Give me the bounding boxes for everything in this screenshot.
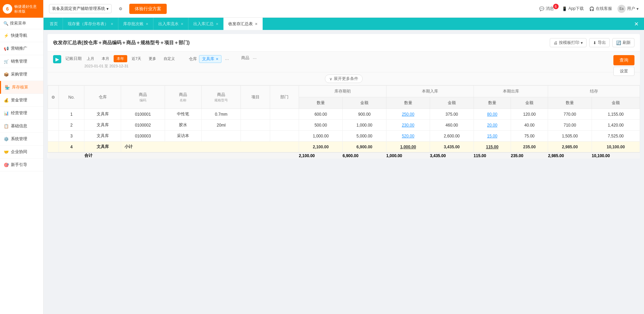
date-btn-last-month[interactable]: 上月 — [84, 55, 97, 62]
user-menu[interactable]: Ea 用户 ▾ — [617, 5, 639, 13]
row-bal-amt: 1,155.00 — [592, 109, 640, 120]
filter-section: ▶ 记账日期 上月 本月 本年 近7天 更多 自定义 2023-01-0 — [48, 52, 640, 72]
message-button[interactable]: 💬 消息 6 — [536, 6, 557, 12]
sub-warehouse: 文具库 — [84, 142, 121, 153]
chevron-down-icon: ▾ — [581, 40, 583, 45]
sidebar: 6 畅捷通好生意 标准版 🔍 搜索菜单 ⚡ 快捷导航 📢 营销推广 🛒 销售管理… — [0, 0, 44, 314]
filter-expand-button[interactable]: ▶ — [53, 55, 61, 63]
col-no-header: No. — [59, 86, 84, 109]
refresh-button[interactable]: 🔄 刷新 — [612, 38, 634, 47]
sidebar-item-purchase[interactable]: 📦 采购管理 — [0, 68, 43, 81]
row-dept — [270, 120, 299, 131]
avatar: Ea — [617, 5, 626, 13]
date-btn-more[interactable]: 更多 — [146, 55, 159, 62]
row-project — [241, 131, 270, 142]
sub-open-amt: 6,900.00 — [343, 142, 386, 153]
sidebar-item-label: 新手引导 — [11, 162, 27, 168]
collab-icon: 🤝 — [3, 149, 9, 155]
purchase-icon: 📦 — [3, 72, 9, 77]
sidebar-item-marketing[interactable]: 📢 营销推广 — [0, 42, 43, 55]
row-code: 0100002 — [121, 120, 165, 131]
tab-receive-send[interactable]: 收发存汇总表 ✕ — [224, 18, 263, 30]
tab-close-icon[interactable]: ✕ — [216, 22, 218, 26]
sidebar-item-quick-nav[interactable]: ⚡ 快捷导航 — [0, 29, 43, 42]
col-name-header: 商品名称 — [165, 86, 201, 109]
row-settings — [48, 109, 59, 120]
tab-label: 现存量（库存分布表） — [68, 21, 109, 27]
row-bal-qty: 1,505.00 — [548, 131, 592, 142]
total-bal-qty: 2,985.00 — [548, 152, 592, 159]
tab-label: 收发存汇总表 — [228, 21, 253, 27]
col-warehouse-header: 仓库 — [84, 86, 121, 109]
total-out-amt: 235.00 — [511, 152, 548, 159]
col-open-qty-header: 数量 — [299, 97, 343, 109]
sidebar-item-operations[interactable]: 📊 经营管理 — [0, 107, 43, 120]
row-open-amt: 5,000.00 — [343, 131, 386, 142]
row-project — [241, 120, 270, 131]
tag-close-icon[interactable]: ✕ — [216, 57, 218, 61]
sidebar-item-collab[interactable]: 🤝 企业协同 — [0, 146, 43, 159]
date-btn-custom[interactable]: 自定义 — [161, 55, 178, 62]
sidebar-item-guide[interactable]: 🎯 新手引导 — [0, 159, 43, 171]
system-selector[interactable]: 装备及固定资产辅助管理系统 ▾ — [49, 4, 112, 13]
warehouse-more-icon[interactable]: ··· — [224, 56, 230, 62]
row-in-amt: 375.00 — [430, 109, 474, 120]
sub-no: 4 — [59, 142, 84, 153]
col-out-amt-header: 金额 — [511, 97, 548, 109]
sidebar-item-label: 库存核算 — [12, 84, 28, 90]
export-button[interactable]: ⬇ 导出 — [589, 38, 610, 47]
row-out-qty[interactable]: 20.00 — [474, 120, 511, 131]
tab-in-out-flow[interactable]: 出入库流水 ✕ — [153, 18, 188, 30]
row-out-qty[interactable]: 80.00 — [474, 109, 511, 120]
expand-conditions-button[interactable]: ∨ 展开更多条件 — [325, 75, 363, 83]
col-opening-header: 库存期初 — [299, 86, 386, 97]
tab-close-icon[interactable]: ✕ — [255, 22, 258, 26]
row-bal-qty: 770.00 — [548, 109, 592, 120]
row-in-qty[interactable]: 520.00 — [386, 131, 430, 142]
col-dept-header: 部门 — [270, 86, 299, 109]
row-name: 中性笔 — [165, 109, 201, 120]
date-btn-this-month[interactable]: 本月 — [99, 55, 112, 62]
sidebar-search[interactable]: 🔍 搜索菜单 — [0, 18, 43, 29]
sidebar-item-system[interactable]: ⚙️ 系统管理 — [0, 133, 43, 146]
tab-label: 出入库流水 — [158, 21, 179, 27]
warehouse-filter-label: 仓库 — [189, 56, 197, 62]
tab-inventory-dist[interactable]: 现存量（库存分布表） ✕ — [63, 18, 118, 30]
row-in-qty[interactable]: 230.00 — [386, 120, 430, 131]
system-icon: ⚙️ — [3, 136, 9, 142]
date-btn-7days[interactable]: 近7天 — [129, 55, 144, 62]
sub-in-amt: 3,435.00 — [430, 142, 474, 153]
col-settings-header[interactable]: ⚙ — [48, 86, 59, 109]
message-icon: 💬 — [539, 6, 544, 11]
row-dept — [270, 109, 299, 120]
tab-close-icon[interactable]: ✕ — [146, 22, 148, 26]
header-settings-button[interactable]: ⚙ — [116, 4, 125, 14]
sidebar-item-inventory[interactable]: 🏪 库存核算 — [0, 81, 43, 94]
tab-close-icon[interactable]: ✕ — [111, 22, 113, 26]
tab-close-icon[interactable]: ✕ — [181, 22, 183, 26]
query-button[interactable]: 查询 — [613, 55, 634, 65]
sidebar-item-basic[interactable]: 📋 基础信息 — [0, 120, 43, 133]
tab-home[interactable]: 首页 — [45, 18, 63, 30]
page-title: 收发存汇总表(按仓库＋商品编码＋商品＋规格型号＋项目＋部门) — [53, 40, 189, 46]
goods-more-icon[interactable]: ··· — [251, 55, 258, 61]
sidebar-item-label: 基础信息 — [11, 123, 27, 129]
print-button[interactable]: 🖨 按模板打印 ▾ — [550, 38, 587, 47]
row-out-amt: 120.00 — [511, 109, 548, 120]
phone-icon: 📱 — [562, 6, 567, 11]
service-button[interactable]: 🎧 在线客服 — [589, 6, 612, 12]
settings-filter-button[interactable]: 设置 — [613, 67, 634, 76]
row-in-qty[interactable]: 250.00 — [386, 109, 430, 120]
tab-batch-ledger[interactable]: 库存批次账 ✕ — [118, 18, 153, 30]
row-out-qty[interactable]: 15.00 — [474, 131, 511, 142]
sidebar-item-sales[interactable]: 🛒 销售管理 — [0, 55, 43, 68]
trial-button[interactable]: 体验行业方案 — [129, 4, 167, 14]
app-download-button[interactable]: 📱 App下载 — [562, 6, 584, 12]
date-btn-this-year[interactable]: 本年 — [114, 55, 127, 62]
col-spec-header: 商品规格型号 — [201, 86, 241, 109]
tab-in-out-summary[interactable]: 出入库汇总 ✕ — [188, 18, 224, 30]
content-area: 收发存汇总表(按仓库＋商品编码＋商品＋规格型号＋项目＋部门) 🖨 按模板打印 ▾… — [44, 30, 644, 314]
warehouse-tag[interactable]: 文具库 ✕ — [199, 55, 221, 63]
tab-bar-close-button[interactable]: ✕ — [630, 21, 643, 27]
sidebar-item-finance[interactable]: 💰 资金管理 — [0, 94, 43, 107]
